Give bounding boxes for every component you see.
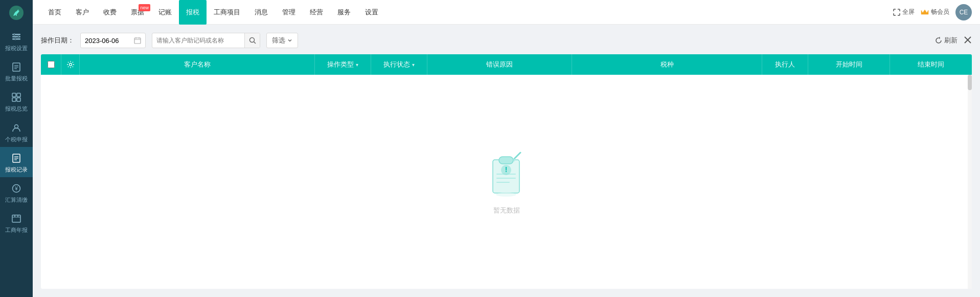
date-input-field[interactable] — [85, 37, 131, 45]
close-button[interactable] — [964, 36, 972, 46]
empty-illustration: ! — [484, 148, 530, 200]
th-gear[interactable] — [61, 54, 80, 75]
svg-rect-12 — [17, 93, 20, 97]
sidebar-item-label-baoshuijilu: 报税记录 — [5, 166, 28, 173]
overview-icon — [10, 91, 22, 103]
close-icon — [964, 36, 972, 44]
top-nav: 首页 客户 收费 票据 new 记账 报税 工商项目 消息 — [33, 0, 980, 25]
svg-rect-35 — [493, 160, 519, 193]
main-area: 首页 客户 收费 票据 new 记账 报税 工商项目 消息 — [33, 0, 980, 297]
svg-rect-26 — [134, 38, 141, 44]
sidebar-item-geshuishenbao[interactable]: 个税申报 — [0, 117, 33, 147]
filter-button[interactable]: 筛选 — [266, 33, 298, 48]
toolbar-right: 刷新 — [935, 36, 972, 46]
search-button[interactable] — [244, 33, 260, 48]
sidebar-item-gongshangnianbaio[interactable]: 工商年报 — [0, 207, 33, 238]
sidebar-item-huisuanqingfu[interactable]: ¥ 汇算清缴 — [0, 177, 33, 207]
sidebar-item-label-baoshuizonglan: 报税总览 — [5, 105, 28, 112]
new-badge: new — [139, 4, 150, 11]
th-error-reason: 错误原因 — [427, 54, 572, 75]
chevron-down-icon — [287, 38, 292, 43]
sidebar: 报税设置 批量报税 报税总览 — [0, 0, 33, 297]
nav-item-shoufei[interactable]: 收费 — [96, 0, 124, 25]
sidebar-item-baoshuishezhi[interactable]: 报税设置 — [0, 26, 33, 56]
nav-item-jingying[interactable]: 经营 — [303, 0, 330, 25]
svg-rect-13 — [12, 98, 16, 101]
fullscreen-button[interactable]: 全屏 — [893, 8, 915, 16]
vip-button[interactable]: 畅会员 — [921, 8, 949, 16]
nav-items: 首页 客户 收费 票据 new 记账 报税 工商项目 消息 — [41, 0, 893, 25]
nav-item-homepage[interactable]: 首页 — [41, 0, 69, 25]
th-op-type[interactable]: 操作类型 ▾ — [315, 54, 371, 75]
scroll-bar[interactable] — [968, 75, 972, 289]
svg-point-4 — [14, 34, 15, 35]
svg-rect-22 — [12, 215, 20, 222]
settlement-icon: ¥ — [10, 182, 22, 195]
op-type-sort-icon: ▾ — [356, 62, 358, 68]
nav-item-client[interactable]: 客户 — [69, 0, 96, 25]
nav-item-xiaoxi[interactable]: 消息 — [247, 0, 275, 25]
date-picker[interactable] — [80, 33, 146, 48]
record-icon — [10, 152, 22, 164]
scroll-thumb[interactable] — [968, 75, 972, 90]
svg-rect-11 — [12, 93, 16, 97]
nav-item-gongshang[interactable]: 工商项目 — [207, 0, 247, 25]
table-body: ! 暂无数据 — [41, 75, 972, 289]
svg-line-31 — [254, 42, 256, 44]
th-checkbox[interactable] — [41, 54, 61, 75]
gear-icon — [66, 60, 75, 69]
vip-icon — [921, 9, 929, 16]
personal-tax-icon — [10, 122, 22, 134]
date-label: 操作日期： — [41, 36, 74, 45]
svg-rect-36 — [499, 157, 513, 164]
search-input[interactable] — [152, 37, 244, 44]
sidebar-item-label-huisuanqingfu: 汇算清缴 — [5, 197, 28, 203]
sidebar-item-baoshuizonglan[interactable]: 报税总览 — [0, 86, 33, 116]
fullscreen-icon — [893, 9, 900, 16]
sidebar-item-label-baoshuishezhi: 报税设置 — [5, 45, 28, 52]
table-container: 客户名称 操作类型 ▾ 执行状态 ▾ 错误原因 税种 执行人 — [41, 54, 972, 289]
sidebar-logo — [0, 0, 33, 26]
nav-item-baoshui[interactable]: 报税 — [179, 0, 207, 25]
nav-item-shezhi[interactable]: 设置 — [358, 0, 385, 25]
sidebar-item-label-geshuishenbao: 个税申报 — [5, 136, 28, 143]
th-tax-type: 税种 — [572, 54, 762, 75]
refresh-button[interactable]: 刷新 — [935, 36, 958, 45]
exec-status-sort-icon: ▾ — [412, 62, 415, 68]
svg-point-30 — [249, 38, 254, 43]
user-avatar[interactable]: CE — [955, 4, 972, 20]
empty-text: 暂无数据 — [493, 206, 520, 215]
toolbar: 操作日期： 筛选 — [41, 33, 972, 48]
table-header: 客户名称 操作类型 ▾ 执行状态 ▾ 错误原因 税种 执行人 — [41, 54, 972, 75]
sidebar-item-label-gongshangnianbaio: 工商年报 — [5, 227, 28, 234]
th-executor: 执行人 — [762, 54, 808, 75]
settings-icon — [10, 31, 22, 43]
svg-text:¥: ¥ — [14, 186, 18, 192]
svg-text:!: ! — [505, 165, 507, 174]
calendar-icon — [134, 37, 141, 44]
search-box — [152, 33, 260, 48]
sidebar-item-label-piliangshaoshu: 批量报税 — [5, 75, 28, 82]
svg-point-44 — [496, 193, 516, 197]
topnav-right: 全屏 畅会员 CE — [893, 4, 972, 20]
content-area: 操作日期： 筛选 — [33, 25, 980, 297]
th-start-time: 开始时间 — [808, 54, 890, 75]
svg-line-42 — [514, 153, 520, 159]
th-client-name: 客户名称 — [80, 54, 315, 75]
empty-state: ! 暂无数据 — [484, 148, 530, 215]
search-icon — [249, 37, 256, 44]
svg-point-6 — [15, 38, 16, 40]
annual-report-icon — [10, 213, 22, 225]
refresh-icon — [935, 37, 942, 44]
nav-item-jizhan[interactable]: 记账 — [151, 0, 179, 25]
svg-point-34 — [69, 63, 72, 66]
nav-item-piao[interactable]: 票据 new — [124, 0, 151, 25]
nav-item-fuwu[interactable]: 服务 — [330, 0, 358, 25]
sidebar-item-baoshuijilu[interactable]: 报税记录 — [0, 147, 33, 177]
th-exec-status[interactable]: 执行状态 ▾ — [371, 54, 427, 75]
svg-point-5 — [18, 36, 19, 37]
svg-rect-14 — [17, 98, 20, 101]
nav-item-guanli[interactable]: 管理 — [275, 0, 303, 25]
sidebar-item-piliangshaoshu[interactable]: 批量报税 — [0, 56, 33, 86]
select-all-checkbox[interactable] — [48, 61, 55, 68]
